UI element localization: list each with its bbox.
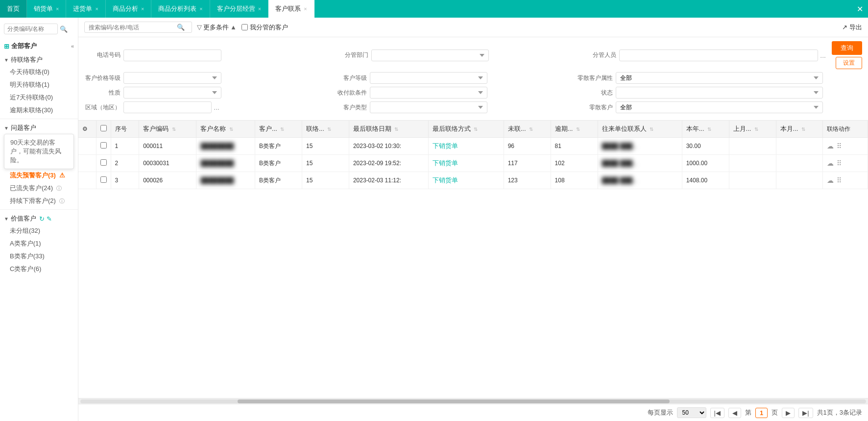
col-last-method[interactable]: 最后联络方式 ⇅ [428, 121, 504, 138]
col-overdue[interactable]: 逾期... ⇅ [551, 121, 598, 138]
action-contact-icon[interactable]: ☁ [827, 142, 834, 150]
col-name[interactable]: 客户名称 ⇅ [196, 121, 255, 138]
more-conditions-btn[interactable]: ▽ 更多条件 ▲ [197, 23, 237, 32]
tab-goods-analysis-close[interactable]: × [141, 6, 144, 12]
tab-customer-contact[interactable]: 客户联系 × [268, 0, 314, 18]
zero-customer-select[interactable]: 全部 [616, 101, 823, 113]
region-input[interactable] [123, 101, 212, 113]
payment-select[interactable] [370, 87, 487, 99]
value-edit-icon[interactable]: ✎ [47, 215, 52, 223]
customer-type-select[interactable] [370, 101, 487, 113]
phone-input[interactable] [123, 50, 221, 61]
action-more-icon[interactable]: ⠿ [837, 159, 842, 167]
sidebar-item-declining[interactable]: 持续下滑客户(2) ⓘ [0, 195, 78, 207]
col-settings[interactable]: ⚙ [78, 121, 96, 138]
col-checkbox [96, 121, 111, 138]
col-contact-person[interactable]: 往来单位联系人 ⇅ [598, 121, 682, 138]
col-contacts[interactable]: 联络... ⇅ [302, 121, 349, 138]
export-btn[interactable]: ↗ 导出 [842, 23, 862, 32]
tab-goods-analysis-list[interactable]: 商品分析列表 × [151, 0, 210, 18]
action-more-icon[interactable]: ⠿ [837, 142, 842, 150]
row-last-date: 2023-02-09 19:52: [349, 155, 428, 172]
row-method-link[interactable]: 下销货单 [433, 142, 458, 149]
zero-attr-select[interactable]: 全部 [616, 72, 823, 84]
sort-icon-code: ⇅ [172, 126, 176, 132]
tab-goods-list-label: 商品分析列表 [158, 4, 196, 13]
value-refresh-icon[interactable]: ↻ [39, 215, 45, 223]
window-close-btn[interactable]: ✕ [857, 4, 868, 14]
sidebar-item-today-contact[interactable]: 今天待联络(0) [0, 66, 78, 78]
last-page-btn[interactable]: ▶| [798, 408, 813, 418]
col-this-month-label: 本月... [780, 125, 798, 132]
tab-goods-analysis[interactable]: 商品分析 × [106, 0, 151, 18]
prev-page-btn[interactable]: ◀ [728, 408, 741, 418]
row-method-link[interactable]: 下销货单 [433, 176, 458, 184]
sidebar-item-tomorrow-contact[interactable]: 明天待联络(1) [0, 78, 78, 91]
payment-label: 收付款条件 [331, 89, 370, 97]
sidebar-section-pending[interactable]: ▼ 待联络客户 [0, 53, 78, 66]
select-all-checkbox[interactable] [100, 125, 107, 131]
sidebar-search-input[interactable] [4, 24, 58, 34]
tab-customer-layer-close[interactable]: × [258, 6, 261, 12]
row-last-month [729, 138, 776, 155]
search-icon[interactable]: 🔍 [177, 24, 185, 31]
col-no-contact[interactable]: 未联... ⇅ [504, 121, 551, 138]
horizontal-scrollbar[interactable] [78, 398, 868, 404]
manager-more-btn[interactable]: ... [818, 51, 828, 59]
sidebar-all-customers[interactable]: ⊞ 全部客户 « [0, 39, 78, 53]
row-checkbox[interactable] [100, 142, 107, 149]
settings-button[interactable]: 设置 [836, 57, 862, 69]
per-page-select[interactable]: 50 [677, 407, 706, 418]
row-checkbox[interactable] [100, 159, 107, 166]
sidebar-item-churned[interactable]: 已流失客户(24) ⓘ [0, 182, 78, 195]
col-this-month[interactable]: 本月... ⇅ [776, 121, 823, 138]
sidebar-collapse-icon[interactable]: « [71, 43, 74, 49]
first-page-btn[interactable]: |◀ [710, 408, 724, 418]
row-method-link[interactable]: 下销货单 [433, 159, 458, 167]
tab-sales[interactable]: 销货单 × [27, 0, 66, 18]
status-select[interactable] [616, 87, 823, 99]
sidebar-item-ungroup[interactable]: 未分组(32) [0, 224, 78, 237]
tab-customer-layer[interactable]: 客户分层经营 × [210, 0, 268, 18]
col-this-year[interactable]: 本年... ⇅ [682, 121, 729, 138]
scrollbar-thumb[interactable] [238, 399, 670, 403]
sidebar-item-churn-warning[interactable]: 流失预警客户(3) ⚠ [0, 169, 78, 182]
sidebar-item-overdue-contact[interactable]: 逾期未联络(30) [0, 104, 78, 117]
manager-input[interactable] [619, 50, 818, 61]
sidebar-item-7day-contact[interactable]: 近7天待联络(0) [0, 91, 78, 104]
my-customers-checkbox[interactable] [241, 24, 248, 30]
row-name: ████████ [196, 138, 255, 155]
dept-select[interactable] [371, 50, 489, 61]
action-contact-icon[interactable]: ☁ [827, 176, 834, 184]
sidebar-section-problem[interactable]: ▼ 问题客户 [0, 121, 78, 134]
col-type[interactable]: 客户... ⇅ [255, 121, 302, 138]
filter-actions: 查询 设置 [832, 41, 862, 69]
sidebar: 🔍 ⊞ 全部客户 « ▼ 待联络客户 今天待联络(0) 明天待联络(1) 近7天… [0, 18, 78, 421]
sidebar-section-value[interactable]: ▼ 价值客户 ↻ ✎ [0, 212, 78, 224]
action-contact-icon[interactable]: ☁ [827, 159, 834, 167]
search-input[interactable] [89, 24, 177, 31]
tab-customer-contact-close[interactable]: × [304, 6, 307, 12]
col-name-label: 客户名称 [200, 125, 226, 132]
col-last-date[interactable]: 最后联络日期 ⇅ [349, 121, 428, 138]
row-checkbox[interactable] [100, 176, 107, 183]
tab-goods-list-close[interactable]: × [199, 6, 202, 12]
tab-sales-close[interactable]: × [56, 6, 59, 12]
row-index: 1 [111, 138, 139, 155]
region-more-btn[interactable]: ... [212, 103, 221, 111]
next-page-btn[interactable]: ▶ [782, 408, 795, 418]
gender-select[interactable] [123, 87, 221, 99]
customer-level-select[interactable] [370, 72, 487, 84]
sidebar-item-class-b[interactable]: B类客户(33) [0, 250, 78, 263]
sidebar-item-class-a[interactable]: A类客户(1) [0, 237, 78, 250]
price-level-select[interactable] [123, 72, 221, 84]
sidebar-item-class-c[interactable]: C类客户(6) [0, 263, 78, 275]
tab-purchase-close[interactable]: × [95, 6, 98, 12]
sidebar-search-icon[interactable]: 🔍 [60, 25, 68, 33]
query-button[interactable]: 查询 [832, 41, 862, 55]
action-more-icon[interactable]: ⠿ [837, 176, 842, 184]
col-last-month[interactable]: 上月... ⇅ [729, 121, 776, 138]
tab-purchase[interactable]: 进货单 × [66, 0, 105, 18]
tab-home[interactable]: 首页 [0, 0, 27, 18]
col-code[interactable]: 客户编码 ⇅ [139, 121, 196, 138]
